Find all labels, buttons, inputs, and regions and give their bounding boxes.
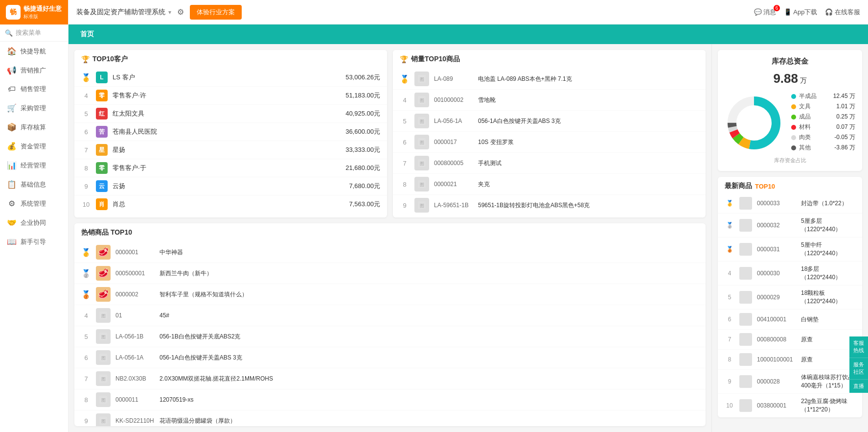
customer-value: 7,563.00元 [349, 200, 380, 209]
message-button[interactable]: 💬 6 消息 [754, 8, 777, 17]
ranking-item: 7 星 星扬 33,333.00元 [74, 141, 387, 159]
settings-icon[interactable]: ⚙ [177, 7, 184, 17]
product-code: 000500001 [115, 270, 155, 277]
sidebar-item-enterprise[interactable]: 🤝 企业协同 [0, 213, 68, 232]
product-image: 图 [96, 392, 111, 407]
app-download-button[interactable]: 📱 App下载 [784, 8, 817, 17]
new-product-image [739, 353, 752, 366]
sidebar-item-purchase[interactable]: 🛒 采购管理 [0, 98, 68, 118]
product-name: 056-1B白色按键开关底ABS2克 [160, 333, 699, 341]
inventory-amount: 9.88 [773, 71, 798, 86]
legend-item: 其他 -3.86 万 [791, 144, 855, 152]
product-code: 0000001 [115, 249, 155, 256]
legend-label: 文具 [799, 102, 833, 111]
new-product-code: 0000028 [757, 378, 796, 385]
rank-number: 5 [400, 118, 410, 125]
product-name: 056-1A白色按键开关盖ABS 3克 [478, 117, 699, 125]
sidebar-item-label: 经营管理 [21, 161, 46, 170]
rank-number: 7 [81, 375, 91, 383]
svg-rect-38 [742, 316, 749, 323]
sidebar-item-sales[interactable]: 🏷 销售管理 [0, 80, 68, 98]
ranking-item: 8 零 零售客户·于 21,680.00元 [74, 159, 387, 177]
tab-home[interactable]: 首页 [76, 24, 98, 44]
hot-product-item: 🥇 🥩 0000001 中华神器 [74, 242, 706, 263]
cs-community-btn[interactable]: 服务社区 [849, 358, 868, 380]
sales-product-list: 🥇 图 LA-089 电池盖 LA-089 ABS本色+黑种 7.1克 4 图 … [393, 67, 706, 217]
sales-top-products-header: 🏆 销量TOP10商品 [393, 50, 706, 67]
cs-hotline-btn[interactable]: 客服热线 [849, 336, 868, 358]
product-image: 图 [414, 114, 429, 128]
new-product-name: 体碗嘉枝味苏打饮品400毫升（1*15） [801, 373, 855, 390]
product-code: 0000021 [434, 181, 473, 188]
rank-number: 10 [725, 402, 734, 409]
sidebar-item-label: 采购管理 [21, 104, 46, 113]
ranking-item: 🥇 L LS 客户 53,006.26元 [74, 69, 387, 87]
sales-top-products-title: 销量TOP10商品 [411, 55, 460, 64]
product-item: 5 图 LA-056-1A 056-1A白色按键开关盖ABS 3克 [393, 111, 706, 132]
new-product-code: 0000031 [757, 246, 796, 253]
svg-text:图: 图 [420, 140, 424, 145]
sidebar-item-system[interactable]: ⚙ 系统管理 [0, 194, 68, 213]
trial-button[interactable]: 体验行业方案 [190, 5, 242, 20]
product-code: 001000002 [434, 96, 473, 103]
system-name-text: 装备及固定资产辅助管理系统 [76, 8, 165, 17]
cs-live-btn[interactable]: 直播 [849, 380, 868, 393]
new-product-name: 原查 [801, 356, 855, 364]
new-product-image [739, 375, 752, 388]
product-code: LA-056-1A [115, 354, 155, 361]
message-badge: 6 [774, 5, 780, 11]
sidebar-search[interactable]: 🔍 搜索菜单 [0, 24, 68, 42]
hot-product-item: 8 图 0000011 12070519-xs [74, 389, 706, 410]
rank-number: 4 [400, 96, 410, 104]
new-product-item: 7 000800008 原查 [718, 330, 862, 350]
system-icon: ⚙ [7, 199, 17, 208]
product-name: 雪地靴 [478, 96, 699, 104]
product-code: 000800005 [434, 160, 473, 167]
new-product-item: 🥈 0000032 5厘多层（1220*2440） [718, 214, 862, 238]
new-product-name: 封边带（1.0*22） [801, 199, 855, 208]
new-products-card: 最新商品 TOP10 🥇 0000033 封边带（1.0*22） 🥈 00000… [718, 177, 862, 417]
sidebar-item-marketing[interactable]: 📢 营销推广 [0, 61, 68, 80]
product-item: 9 图 LA-59651-1B 59651-1B旋转投影灯电池盒ABS黑色+58… [393, 195, 706, 216]
system-name: 装备及固定资产辅助管理系统 ▾ [76, 8, 171, 17]
sidebar-item-finance[interactable]: 💰 资金管理 [0, 137, 68, 156]
hot-product-item: 5 图 LA-056-1B 056-1B白色按键开关底ABS2克 [74, 326, 706, 347]
product-image: 图 [414, 177, 429, 192]
svg-rect-37 [742, 294, 749, 301]
svg-rect-40 [742, 356, 749, 363]
customer-name: 零售客户·许 [113, 91, 341, 100]
medal-icon: 🥇 [81, 73, 91, 82]
sidebar-item-quick[interactable]: 🏠 快捷导航 [0, 42, 68, 61]
new-product-name: 18多层（1220*2440） [801, 265, 855, 282]
rank-number: 9 [725, 378, 734, 385]
customer-name: 云扬 [113, 182, 344, 191]
sidebar-item-operation[interactable]: 📊 经营管理 [0, 156, 68, 175]
rank-number: 6 [400, 139, 410, 146]
search-label: 搜索菜单 [16, 28, 41, 37]
product-code: 0000011 [115, 396, 155, 403]
rank-number: 7 [400, 160, 410, 167]
svg-text:图: 图 [420, 161, 424, 166]
legend-dot [791, 135, 796, 140]
legend-label: 半成品 [799, 92, 830, 100]
svg-rect-36 [742, 270, 749, 277]
legend-dot [791, 104, 796, 109]
sidebar-item-base[interactable]: 📋 基础信息 [0, 175, 68, 194]
customer-name: 零售客户·于 [113, 164, 341, 172]
avatar: 云 [96, 180, 108, 192]
message-icon: 💬 [754, 8, 762, 16]
new-products-header: 最新商品 TOP10 [718, 177, 862, 193]
new-product-name: 22g鱼豆腐·烧烤味（1*12*20） [801, 397, 855, 414]
hot-product-item: 🥉 🥩 0000002 智利车子里（规格不知道填什么） [74, 284, 706, 305]
sidebar-item-inventory[interactable]: 📦 库存核算 [0, 118, 68, 137]
legend-dot [791, 145, 796, 150]
sidebar-item-guide[interactable]: 📖 新手引导 [0, 232, 68, 251]
product-name: 花语萌慑温分腮罐袋（厚款） [160, 417, 699, 425]
product-name: 电池盖 LA-089 ABS本色+黑种 7.1克 [478, 75, 699, 83]
customer-value: 7,680.00元 [349, 182, 380, 191]
phone-icon: 📱 [784, 8, 792, 16]
online-service-button[interactable]: 🎧 在线客服 [825, 8, 860, 17]
cs-float: 客服热线 服务社区 直播 [849, 336, 868, 393]
product-name: 056-1A白色按键开关盖ABS 3克 [160, 354, 699, 362]
sidebar-item-label: 库存核算 [21, 123, 46, 132]
